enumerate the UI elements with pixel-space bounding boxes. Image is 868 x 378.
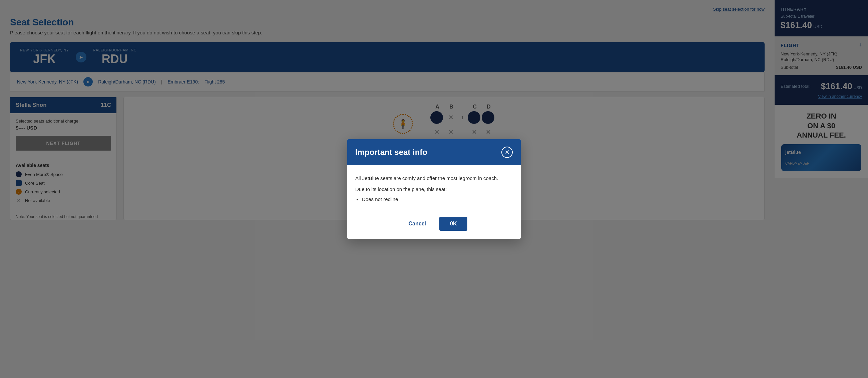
- modal-body-line1: All JetBlue seats are comfy and offer th…: [355, 175, 513, 182]
- modal-title: Important seat info: [355, 148, 427, 157]
- modal-bullet1: Does not recline: [362, 196, 513, 202]
- modal-body-line2: Due to its location on the plane, this s…: [355, 186, 513, 193]
- modal-body: All JetBlue seats are comfy and offer th…: [347, 165, 521, 211]
- modal-overlay: Important seat info ✕ All JetBlue seats …: [0, 0, 868, 378]
- modal-footer: Cancel 0K: [347, 211, 521, 239]
- modal-close-button[interactable]: ✕: [501, 147, 513, 158]
- modal-header: Important seat info ✕: [347, 139, 521, 165]
- important-seat-info-modal: Important seat info ✕ All JetBlue seats …: [347, 139, 521, 239]
- modal-ok-button[interactable]: 0K: [439, 217, 467, 231]
- modal-cancel-button[interactable]: Cancel: [401, 217, 434, 231]
